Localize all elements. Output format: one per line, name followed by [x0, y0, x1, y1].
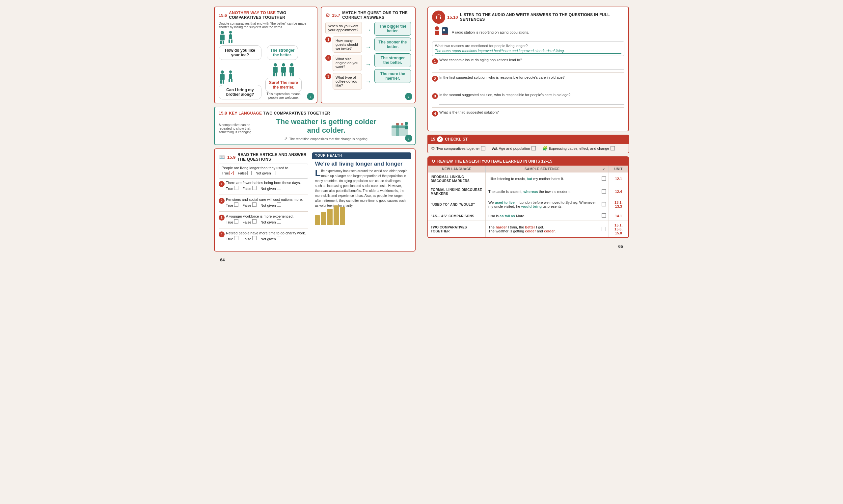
- item-num-l4: 4: [432, 111, 438, 116]
- col-header-unit: UNIT: [609, 166, 628, 173]
- section-1510-num: 15.10: [447, 15, 458, 20]
- question-row-4: 4 Retired people have more time to do ch…: [219, 231, 308, 245]
- item-num-q4: 4: [219, 231, 225, 237]
- table-row: FORMAL LINKING DISCOURSE MARKERS The cas…: [428, 185, 628, 198]
- bubble-label: This expression means people are welcome…: [265, 92, 302, 100]
- section-159-title: READ THE ARTICLE AND ANSWER THE QUESTION…: [237, 152, 308, 162]
- svg-rect-6: [405, 125, 408, 129]
- checklist-item-1: ⚙ Two comparatives together: [431, 146, 485, 151]
- section-156: 15.6 ANOTHER WAY TO USE TWO COMPARATIVES…: [214, 6, 318, 103]
- review-table: NEW LANGUAGE SAMPLE SENTENCE ✓ UNIT INFO…: [428, 166, 628, 237]
- listen-question-1: 1 What economic issue do aging populatio…: [432, 58, 624, 73]
- true-false-row-0: True ✓ False Not given: [221, 171, 305, 175]
- item-num-l3: 3: [432, 93, 438, 99]
- answer-blank-1[interactable]: [439, 63, 624, 70]
- checkbox-not-given: [272, 171, 276, 175]
- headphone-svg: [435, 14, 442, 20]
- checklist-title: CHECKLIST: [445, 137, 468, 142]
- svg-point-10: [443, 29, 445, 32]
- match-question-3: What type of coffee do you like?: [333, 73, 362, 90]
- checklist-item-2-label: Age and population: [499, 146, 530, 150]
- listen-question-4: 4 What is the third suggested solution?: [432, 110, 624, 125]
- svg-rect-11: [442, 34, 448, 35]
- svg-point-3: [396, 123, 399, 125]
- section-158: 15.8 KEY LANGUAGE TWO COMPARATIVES TOGET…: [214, 107, 416, 145]
- checklist-bar: 15 ✓ CHECKLIST: [427, 134, 629, 144]
- checklist-checkbox-2[interactable]: [532, 146, 536, 150]
- q4-text: Retired people have more time to do char…: [226, 231, 306, 235]
- listen-q4-text: What is the third suggested solution?: [439, 110, 624, 114]
- review-checkbox-4[interactable]: [602, 213, 606, 218]
- checklist-checkbox-3[interactable]: [611, 146, 615, 150]
- unit-num-3: 13.1, 13.3: [614, 200, 622, 209]
- section-156-num: 15.6: [219, 13, 227, 18]
- sound-button-157[interactable]: ♪: [405, 93, 412, 100]
- match-question-0: When do you want your appointment?: [325, 22, 362, 34]
- section-1510-title: LISTEN TO THE AUDIO AND WRITE ANSWERS TO…: [460, 13, 624, 22]
- sound-button-156[interactable]: ♪: [307, 93, 314, 100]
- gear-icon: ⚙: [325, 12, 330, 19]
- match-answer-0: The bigger the better.: [374, 22, 411, 36]
- review-header: ↻ REVIEW THE ENGLISH YOU HAVE LEARNED IN…: [428, 157, 628, 166]
- lang-label-3: "USED TO" AND "WOULD": [431, 203, 475, 206]
- numbered-item-2: 2 What size engine do you want?: [325, 55, 362, 71]
- item-num-q1: 1: [219, 181, 225, 187]
- article-body-text: ife expectancy has risen around the worl…: [315, 169, 407, 208]
- bubble-how-do-you: How do you like your tea?: [219, 46, 262, 60]
- sentence-4: Lisa is as tall as Marc.: [486, 211, 599, 221]
- listen-question-3: 3 In the second suggested solution, who …: [432, 93, 624, 108]
- radio-person-icon: [432, 26, 449, 39]
- review-checkbox-1[interactable]: [602, 177, 606, 181]
- section-159-num: 15.9: [227, 155, 235, 160]
- section-158-title: KEY LANGUAGE TWO COMPARATIVES TOGETHER: [229, 111, 330, 115]
- item-num-3: 3: [325, 73, 331, 79]
- sentence-3: We used to live in London before we move…: [486, 198, 599, 211]
- review-checkbox-2[interactable]: [602, 189, 606, 194]
- person-icon: [272, 63, 279, 76]
- lang-label-4: "AS... AS" COMPARISONS: [431, 214, 474, 218]
- cb: [234, 202, 238, 207]
- col-header-lang: NEW LANGUAGE: [428, 166, 486, 173]
- unit-num-4: 14.1: [615, 214, 622, 218]
- sentence-1: I like listening to music, but my mother…: [486, 173, 599, 185]
- checklist-checkbox-1[interactable]: [481, 146, 485, 150]
- sound-button-158[interactable]: ♪: [405, 134, 412, 142]
- match-answer-1: The sooner the better.: [374, 38, 411, 51]
- answer-blank-4[interactable]: [439, 115, 624, 122]
- section-157: ⚙ 15.7 MATCH THE QUESTIONS TO THE CORREC…: [321, 6, 416, 103]
- table-row: "USED TO" AND "WOULD" We used to live in…: [428, 198, 628, 211]
- cb: [252, 219, 256, 223]
- page-footer-left: 64: [214, 255, 416, 265]
- answer-blank-3[interactable]: [439, 98, 624, 105]
- review-section: ↻ REVIEW THE ENGLISH YOU HAVE LEARNED IN…: [427, 156, 629, 238]
- numbered-item-1: 1 How many guests should we invite?: [325, 36, 362, 53]
- bubble-more-merrier: Sure! The more the merrier.: [265, 78, 302, 92]
- section-156-title: ANOTHER WAY TO USE TWO COMPARATIVES TOGE…: [229, 11, 313, 20]
- numbered-item-3: 3 What type of coffee do you like?: [325, 73, 362, 90]
- sentence-5: The harder I train, the better I get. Th…: [486, 221, 599, 238]
- radio-text: A radio station is reporting on aging po…: [452, 30, 529, 34]
- sample-question: What two reasons are mentioned for peopl…: [435, 44, 622, 48]
- table-row: "AS... AS" COMPARISONS Lisa is as tall a…: [428, 211, 628, 221]
- q2-tf: True False Not given: [226, 202, 303, 208]
- article-title: We're all living longer and longer: [312, 159, 411, 168]
- matching-grid: When do you want your appointment? 1 How…: [325, 22, 411, 90]
- cb: [234, 236, 238, 240]
- bar-2: [321, 212, 326, 225]
- checklist-num: 15: [431, 137, 435, 142]
- person-icon: [227, 31, 234, 44]
- bubble-stronger-better: The stronger the better.: [267, 46, 298, 60]
- bar-1: [315, 215, 320, 225]
- person-icon: [280, 63, 287, 76]
- review-checkbox-3[interactable]: [602, 202, 606, 206]
- checklist-item-1-label: Two comparatives together: [436, 146, 480, 150]
- section-157-title: MATCH THE QUESTIONS TO THE CORRECT ANSWE…: [342, 11, 411, 20]
- not-given-option: Not given: [255, 171, 275, 175]
- answer-blank-2[interactable]: [439, 80, 624, 87]
- sec158-annotation: The repetition emphasizes that the chang…: [289, 137, 368, 141]
- match-answer-3: The more the merrier.: [374, 69, 411, 83]
- review-checkbox-5[interactable]: [602, 227, 606, 231]
- lang-label-1: INFORMAL LINKING DISCOURSE MARKERS: [431, 175, 470, 183]
- item-num-q2: 2: [219, 198, 225, 204]
- listen-q1-text: What economic issue do aging populations…: [439, 58, 624, 62]
